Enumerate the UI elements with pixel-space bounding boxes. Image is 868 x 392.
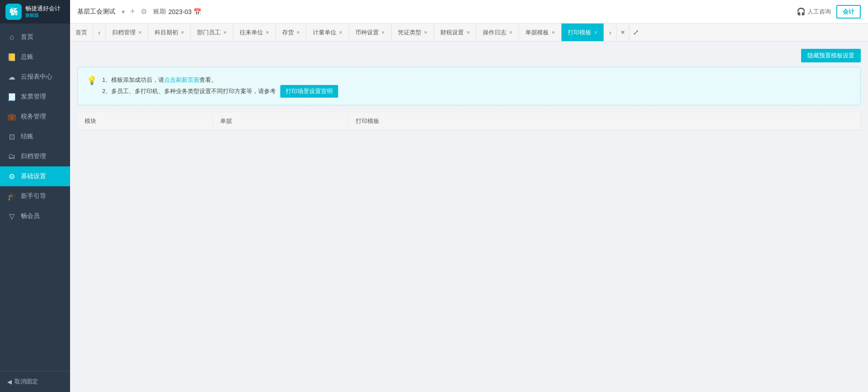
tab-close-subjects[interactable]: × <box>181 29 184 36</box>
customer-service-btn[interactable]: 🎧 人工咨询 <box>797 7 831 16</box>
tab-close-print_template[interactable]: × <box>594 29 597 36</box>
sidebar-item-archive[interactable]: 🗂 归档管理 <box>0 146 70 166</box>
refresh-link[interactable]: 点击刷新页面 <box>164 76 199 83</box>
tab-archive[interactable]: 归档管理× <box>106 24 148 42</box>
tab-expand-btn[interactable]: ⤢ <box>629 24 642 42</box>
nav-icon-member: ▽ <box>7 212 16 221</box>
unpin-icon: ◀ <box>7 378 12 385</box>
nav-label-archive: 归档管理 <box>21 152 46 161</box>
tab-subjects[interactable]: 科目期初× <box>148 24 191 42</box>
tab-close-operation_log[interactable]: × <box>509 29 512 36</box>
content-area: 隐藏预置模板设置 💡 1、模板添加成功后，请点击刷新页面查看。 2、多员工、多打… <box>70 42 868 392</box>
nav-label-home: 首页 <box>21 33 33 41</box>
info-line2: 2、多员工、多打印机、多种业务类型设置不同打印方案等，请参考 打印场景设置宣明 <box>102 85 338 98</box>
th-template: 打印模板 <box>349 113 861 130</box>
tab-close-voucher_type[interactable]: × <box>424 29 427 36</box>
info-line1-suffix: 查看。 <box>199 76 217 83</box>
topbar: 基层工会测试 ▾ + ⚙ 账期 2023-03 📅 🎧 人工咨询 会计 <box>70 0 868 24</box>
tab-close-single_form[interactable]: × <box>552 29 555 36</box>
logo-text-block: 畅捷通好会计 旗舰版 <box>25 5 61 19</box>
nav-icon-settings: ⚙ <box>7 172 16 181</box>
tab-next-btn[interactable]: › <box>604 24 617 42</box>
tab-label-units: 计量单位 <box>313 28 336 37</box>
nav-icon-close: ⊡ <box>7 132 16 141</box>
add-company-icon[interactable]: + <box>130 7 135 16</box>
nav-icon-ledger: 📒 <box>7 52 16 61</box>
tab-currency[interactable]: 币种设置× <box>349 24 392 42</box>
period-calendar-icon: 📅 <box>193 8 201 15</box>
tab-units[interactable]: 计量单位× <box>307 24 349 42</box>
nav-label-settings: 基础设置 <box>21 172 46 180</box>
nav-icon-reports: ☁ <box>7 72 16 81</box>
company-dropdown-icon[interactable]: ▾ <box>122 8 125 15</box>
sidebar-item-invoice[interactable]: 🧾 发票管理 <box>0 87 70 107</box>
sidebar-item-tax[interactable]: 💼 税务管理 <box>0 107 70 127</box>
tab-close-tax_settings[interactable]: × <box>467 29 470 36</box>
tab-voucher_type[interactable]: 凭证类型× <box>392 24 434 42</box>
sidebar-item-member[interactable]: ▽ 畅会员 <box>0 206 70 226</box>
sidebar-item-close[interactable]: ⊡ 结账 <box>0 127 70 146</box>
topbar-right: 🎧 人工咨询 会计 <box>797 5 861 19</box>
nav-label-member: 畅会员 <box>21 212 40 220</box>
hide-template-section: 隐藏预置模板设置 <box>77 49 861 62</box>
tab-inventory[interactable]: 存货× <box>276 24 307 42</box>
tab-label-operation_log: 操作日志 <box>483 28 506 37</box>
nav-label-close: 结账 <box>21 132 33 141</box>
chevron-right-icon: › <box>609 29 611 36</box>
tab-close-all-btn[interactable]: × <box>617 24 629 42</box>
th-module: 模块 <box>77 113 213 130</box>
lightbulb-icon: 💡 <box>87 76 97 85</box>
tab-prev-btn[interactable]: ‹ <box>93 24 106 42</box>
tab-label-print_template: 打印模板 <box>568 28 591 37</box>
tab-close-contacts[interactable]: × <box>266 29 269 36</box>
tab-close-departments[interactable]: × <box>223 29 226 36</box>
tab-label-currency: 币种设置 <box>355 28 379 37</box>
tab-close-currency[interactable]: × <box>382 29 385 36</box>
info-line1: 1、模板添加成功后，请点击刷新页面查看。 <box>102 75 338 85</box>
main-area: 基层工会测试 ▾ + ⚙ 账期 2023-03 📅 🎧 人工咨询 会计 首页‹归… <box>70 0 868 392</box>
hide-template-btn[interactable]: 隐藏预置模板设置 <box>801 49 861 62</box>
sidebar-item-home[interactable]: ⌂ 首页 <box>0 27 70 47</box>
print-setting-btn[interactable]: 打印场景设置宣明 <box>280 85 338 98</box>
nav-icon-archive: 🗂 <box>7 152 16 161</box>
tab-close-inventory[interactable]: × <box>297 29 300 36</box>
tab-departments[interactable]: 部门员工× <box>191 24 233 42</box>
tab-single_form[interactable]: 单据模板× <box>519 24 561 42</box>
tabbar: 首页‹归档管理×科目期初×部门员工×往来单位×存货×计量单位×币种设置×凭证类型… <box>70 24 868 42</box>
tab-contacts[interactable]: 往来单位× <box>233 24 276 42</box>
nav-label-guide: 新手引导 <box>21 192 46 200</box>
settings-gear-icon[interactable]: ⚙ <box>141 7 147 16</box>
tab-label-departments: 部门员工 <box>197 28 221 37</box>
data-table: 模块 单据 打印模板 <box>77 113 861 130</box>
nav-label-reports: 云报表中心 <box>21 73 52 81</box>
company-name[interactable]: 基层工会测试 <box>77 8 115 16</box>
sidebar: 畅 畅捷通好会计 旗舰版 ⌂ 首页 📒 总账 ☁ 云报表中心 🧾 发票管理 💼 … <box>0 0 70 392</box>
sidebar-footer[interactable]: ◀ 取消固定 <box>0 371 70 392</box>
tab-label-tax_settings: 财税设置 <box>440 28 464 37</box>
tab-label-subjects: 科目期初 <box>155 28 178 37</box>
sidebar-nav: ⌂ 首页 📒 总账 ☁ 云报表中心 🧾 发票管理 💼 税务管理 ⊡ 结账 🗂 归… <box>0 24 70 371</box>
sidebar-logo: 畅 畅捷通好会计 旗舰版 <box>0 0 70 24</box>
tab-tax_settings[interactable]: 财税设置× <box>434 24 476 42</box>
sidebar-item-ledger[interactable]: 📒 总账 <box>0 47 70 67</box>
tab-label-single_form: 单据模板 <box>525 28 549 37</box>
logo-title: 畅捷通好会计 <box>25 5 61 13</box>
tab-close-units[interactable]: × <box>339 29 342 36</box>
nav-label-tax: 税务管理 <box>21 113 46 121</box>
tab-close-archive[interactable]: × <box>138 29 142 36</box>
nav-icon-invoice: 🧾 <box>7 92 16 101</box>
sidebar-footer-label: 取消固定 <box>14 378 38 386</box>
tab-home[interactable]: 首页 <box>70 24 93 42</box>
period-selector[interactable]: 账期 2023-03 📅 <box>153 8 201 16</box>
nav-icon-home: ⌂ <box>7 33 16 42</box>
sidebar-item-guide[interactable]: 🎓 新手引导 <box>0 186 70 206</box>
sidebar-item-reports[interactable]: ☁ 云报表中心 <box>0 67 70 87</box>
sidebar-item-settings[interactable]: ⚙ 基础设置 <box>0 166 70 186</box>
tab-label-archive: 归档管理 <box>112 28 136 37</box>
expand-icon: ⤢ <box>633 28 639 37</box>
tab-operation_log[interactable]: 操作日志× <box>476 24 519 42</box>
accountant-btn[interactable]: 会计 <box>836 5 861 19</box>
tab-label-voucher_type: 凭证类型 <box>398 28 421 37</box>
tab-print_template[interactable]: 打印模板× <box>561 24 604 42</box>
customer-service-label: 人工咨询 <box>807 8 831 16</box>
